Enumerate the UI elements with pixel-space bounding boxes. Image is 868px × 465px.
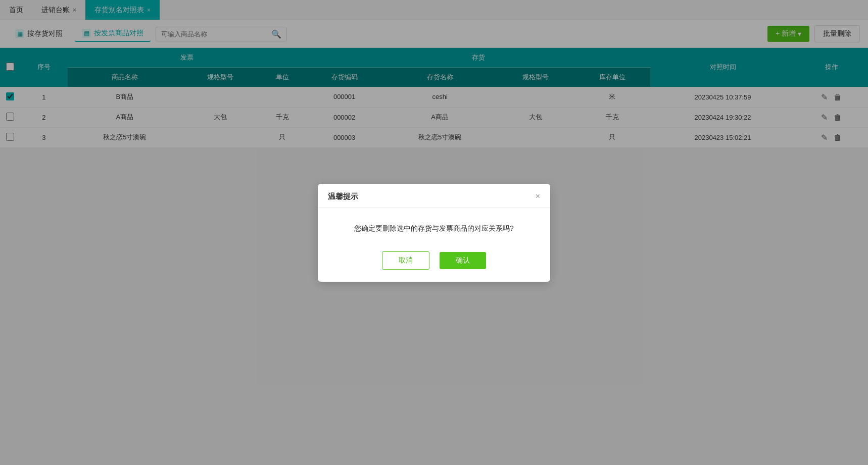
modal-overlay: 温馨提示 × 您确定要删除选中的存货与发票商品的对应关系吗? 取消 确认	[0, 0, 868, 148]
